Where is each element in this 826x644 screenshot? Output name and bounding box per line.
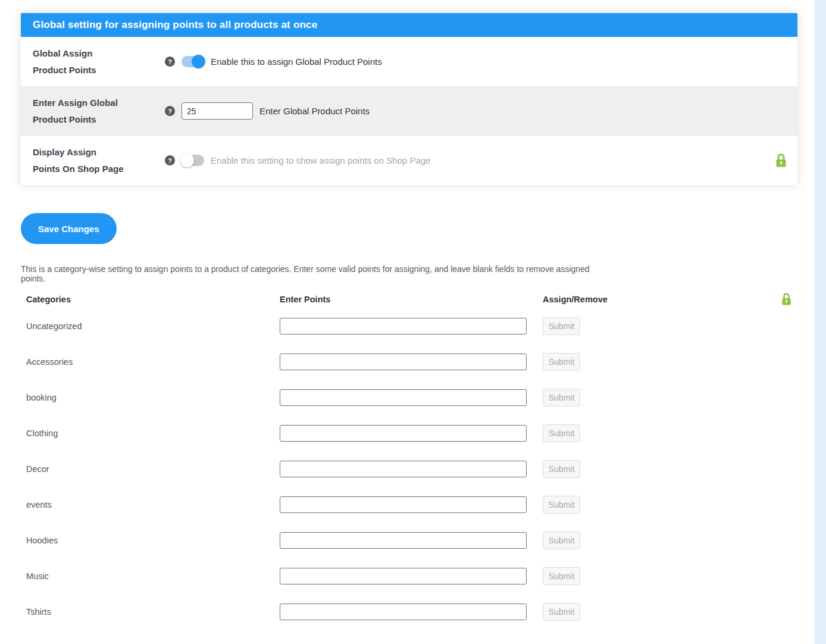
submit-button[interactable]: Submit	[543, 460, 580, 478]
global-points-input[interactable]	[182, 102, 253, 120]
table-row: Uncategorized Submit	[21, 308, 797, 344]
setting-label: Global Assign Product Points	[33, 45, 165, 79]
table-row: Hoodies Submit	[21, 523, 797, 558]
setting-row-enter-points: Enter Assign Global Product Points ? Ent…	[21, 86, 797, 136]
help-icon[interactable]: ?	[165, 106, 175, 116]
page-right-panel-edge	[814, 0, 826, 644]
category-label: booking	[26, 393, 280, 402]
header-assign-remove: Assign/Remove	[543, 295, 797, 304]
table-row: Accessories Submit	[21, 344, 797, 380]
save-changes-button[interactable]: Save Changes	[21, 213, 117, 244]
panel-title: Global setting for assigning points to a…	[21, 13, 797, 37]
setting-row-display-points: Display Assign Points On Shop Page ? Ena…	[21, 136, 797, 185]
global-settings-panel: Global setting for assigning points to a…	[21, 13, 797, 185]
setting-row-global-assign: Global Assign Product Points ? Enable th…	[21, 37, 797, 86]
table-header-row: Categories Enter Points Assign/Remove	[21, 290, 797, 308]
submit-button[interactable]: Submit	[543, 389, 580, 407]
category-label: Music	[26, 571, 280, 581]
header-enter-points: Enter Points	[280, 295, 543, 304]
submit-button[interactable]: Submit	[543, 317, 580, 335]
submit-button[interactable]: Submit	[543, 496, 580, 514]
points-input[interactable]	[280, 318, 527, 334]
global-assign-toggle[interactable]	[182, 56, 204, 67]
points-input[interactable]	[280, 532, 527, 549]
points-input[interactable]	[280, 425, 527, 442]
category-label: Hoodies	[26, 536, 280, 545]
category-note: This is a category-wise setting to assig…	[21, 264, 616, 283]
help-icon[interactable]: ?	[165, 57, 175, 67]
setting-description: Enable this to assign Global Product Poi…	[211, 57, 382, 67]
category-label: Uncategorized	[26, 321, 280, 331]
table-row: Tshirts Submit	[21, 594, 797, 630]
points-input[interactable]	[280, 461, 527, 477]
toggle-knob	[192, 55, 205, 68]
display-points-toggle[interactable]	[182, 155, 204, 166]
setting-description: Enable this setting to show assign point…	[211, 155, 430, 165]
table-row: Decor Submit	[21, 451, 797, 487]
submit-button[interactable]: Submit	[543, 532, 580, 549]
points-input[interactable]	[280, 354, 527, 370]
category-label: Decor	[26, 464, 280, 474]
points-input[interactable]	[280, 389, 527, 406]
category-label: events	[26, 500, 280, 509]
toggle-knob	[180, 154, 194, 167]
lock-icon	[781, 293, 791, 307]
points-input[interactable]	[280, 496, 527, 513]
table-row: booking Submit	[21, 380, 797, 415]
submit-button[interactable]: Submit	[543, 353, 580, 371]
header-categories: Categories	[26, 295, 280, 304]
table-row: Clothing Submit	[21, 415, 797, 451]
category-points-table: Categories Enter Points Assign/Remove Un…	[21, 290, 797, 630]
category-label: Accessories	[26, 357, 280, 367]
help-icon[interactable]: ?	[165, 155, 175, 165]
table-row: Music Submit	[21, 558, 797, 594]
points-input[interactable]	[280, 604, 527, 620]
setting-label: Enter Assign Global Product Points	[33, 95, 165, 128]
submit-button[interactable]: Submit	[543, 603, 580, 621]
submit-button[interactable]: Submit	[543, 424, 580, 442]
table-row: events Submit	[21, 487, 797, 523]
category-label: Clothing	[26, 429, 280, 438]
submit-button[interactable]: Submit	[543, 567, 580, 585]
points-input[interactable]	[280, 568, 527, 584]
lock-icon	[775, 153, 787, 168]
setting-label: Display Assign Points On Shop Page	[33, 144, 165, 177]
setting-description: Enter Global Product Points	[259, 106, 370, 116]
category-label: Tshirts	[26, 607, 280, 617]
